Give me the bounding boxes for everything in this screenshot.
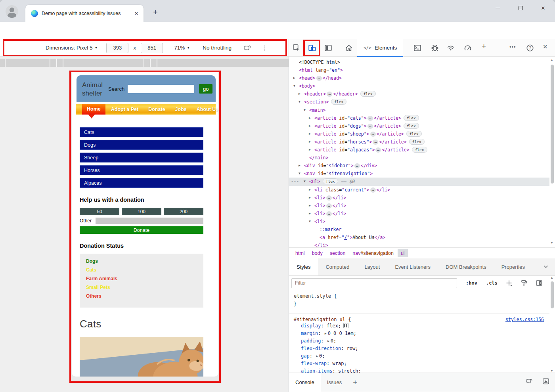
dom-tree-row[interactable]: <a href="/">About Us</a> <box>289 233 549 241</box>
inline-ellipsis-badge[interactable]: … <box>316 76 322 81</box>
dom-tree-row[interactable]: <html lang="en"> <box>289 66 549 74</box>
expand-arrow-icon[interactable]: ▶ <box>293 74 295 82</box>
dom-tree-row[interactable]: ▶<li>…</li> <box>289 202 549 210</box>
more-tools-icon[interactable]: + <box>482 42 486 51</box>
expand-arrow-icon[interactable]: ▶ <box>309 186 311 194</box>
window-close-button[interactable]: ✕ <box>534 0 552 16</box>
dom-row-more-icon[interactable]: ••• <box>291 178 299 185</box>
expand-arrow-icon[interactable]: ▶ <box>309 138 311 146</box>
expand-arrow-icon[interactable]: ▶ <box>309 130 311 138</box>
screencast-icon[interactable] <box>526 378 533 385</box>
amount-button-50[interactable]: 50 <box>80 208 119 215</box>
flex-badge[interactable]: flex <box>331 99 346 105</box>
css-property-padding[interactable]: padding: ▶0; <box>294 337 545 345</box>
tab-close-icon[interactable]: ✕ <box>133 11 140 16</box>
collapse-arrow-icon[interactable]: ▼ <box>293 82 295 90</box>
category-link-sheep[interactable]: Sheep <box>80 153 203 163</box>
dom-tree-row[interactable]: ▶<li>…</li> <box>289 194 549 202</box>
flex-badge[interactable]: flex <box>404 123 419 129</box>
inspect-element-icon[interactable] <box>293 44 300 52</box>
search-input[interactable] <box>128 85 194 93</box>
tab-event-listeners[interactable]: Event Listeners <box>387 258 438 275</box>
expand-quick-view-icon[interactable] <box>542 378 549 385</box>
tab-dom-breakpoints[interactable]: DOM Breakpoints <box>438 258 494 275</box>
dom-tree-row[interactable]: ▶<div id="sidebar">…</div> <box>289 162 549 170</box>
flex-badge[interactable]: flex <box>412 147 427 153</box>
throttling-select[interactable]: No throttling <box>203 45 232 51</box>
flex-editor-icon[interactable] <box>343 323 348 328</box>
inline-ellipsis-badge[interactable]: … <box>327 92 332 97</box>
viewport-height-input[interactable] <box>141 43 163 53</box>
dom-tree-row[interactable]: ▶<article id="cats">…</article>flex <box>289 114 549 122</box>
dimensions-select[interactable]: Dimensions: Pixel 5 <box>46 45 93 51</box>
collapse-arrow-icon[interactable]: ▼ <box>299 98 300 106</box>
nav-item-home[interactable]: Home <box>82 104 105 115</box>
breadcrumb-item-section[interactable]: section <box>330 250 346 256</box>
collapse-arrow-icon[interactable]: ▼ <box>304 106 306 114</box>
flex-badge[interactable]: flex <box>323 178 338 184</box>
tab-elements[interactable]: </> Elements <box>357 39 403 57</box>
collapse-arrow-icon[interactable]: ▼ <box>304 178 306 185</box>
nav-item-donate[interactable]: Donate <box>148 107 165 112</box>
dom-tree-row[interactable]: <!DOCTYPE html> <box>289 58 549 66</box>
styles-scrollbar[interactable]: ▲ ▼ <box>549 276 555 373</box>
shorthand-expand-icon[interactable]: ▶ <box>316 352 318 360</box>
quickview-tab-console[interactable]: Console <box>289 373 321 392</box>
quickview-add-tab-icon[interactable]: + <box>353 378 357 387</box>
dom-tree-row[interactable]: ▶<article id="horses">…</article>flex <box>289 138 549 146</box>
profile-avatar-icon[interactable] <box>6 5 18 18</box>
expand-arrow-icon[interactable]: ▶ <box>309 202 311 210</box>
viewport-width-input[interactable] <box>106 43 128 53</box>
category-link-cats[interactable]: Cats <box>80 127 203 137</box>
toggle-class-button[interactable]: .cls <box>486 280 498 286</box>
window-minimize-button[interactable] <box>489 0 507 16</box>
dom-tree-row[interactable]: ▼<main> <box>289 106 549 114</box>
inline-ellipsis-badge[interactable]: … <box>354 163 360 168</box>
tab-properties[interactable]: Properties <box>494 258 532 275</box>
category-link-dogs[interactable]: Dogs <box>80 140 203 150</box>
css-property-display[interactable]: display: flex; <box>294 322 545 330</box>
debug-bug-icon[interactable] <box>431 44 439 52</box>
dom-tree-row[interactable]: ▼<nav id="sitenavigation"> <box>289 170 549 178</box>
inline-ellipsis-badge[interactable]: … <box>375 147 381 153</box>
dom-tree-scrollbar[interactable]: ▲ ▼ <box>549 58 555 245</box>
toggle-hover-state-button[interactable]: :hov <box>466 280 477 286</box>
dom-tree-row[interactable]: ▼<li> <box>289 218 549 226</box>
dom-tree-row[interactable]: ::marker <box>289 226 549 233</box>
expand-arrow-icon[interactable]: ▶ <box>299 90 300 98</box>
expand-arrow-icon[interactable]: ▶ <box>309 146 311 154</box>
browser-tab[interactable]: Demo page with accessibility issues ✕ <box>25 5 144 22</box>
network-wifi-icon[interactable] <box>447 44 455 52</box>
css-property-flex-wrap[interactable]: flex-wrap: wrap; <box>294 360 545 367</box>
expand-arrow-icon[interactable]: ▶ <box>309 194 311 202</box>
nav-item-adopt-a-pet[interactable]: Adopt a Pet <box>111 107 138 112</box>
inline-style-rule[interactable]: element.style { } <box>289 290 549 314</box>
expand-arrow-icon[interactable]: ▶ <box>309 122 311 130</box>
tab-styles[interactable]: Styles <box>289 258 318 275</box>
nav-item-about-us[interactable]: About Us <box>197 107 218 112</box>
flex-badge[interactable]: flex <box>409 139 425 145</box>
stylesheet-link[interactable]: styles.css:156 <box>505 317 544 322</box>
console-panel-icon[interactable] <box>413 44 421 52</box>
dom-tree-row[interactable]: ▼<section>flex <box>289 98 549 106</box>
dom-tree-row[interactable]: ▶<head>…</head> <box>289 74 549 82</box>
shorthand-expand-icon[interactable]: ▶ <box>325 330 327 337</box>
collapse-arrow-icon[interactable]: ▼ <box>309 218 311 226</box>
inline-ellipsis-badge[interactable]: … <box>373 140 378 145</box>
shorthand-expand-icon[interactable]: ▶ <box>327 337 329 345</box>
amount-button-100[interactable]: 100 <box>122 208 161 215</box>
nav-item-jobs[interactable]: Jobs <box>175 107 187 112</box>
flex-badge[interactable]: flex <box>360 91 376 97</box>
breadcrumb-item-ul[interactable]: ul <box>398 249 408 257</box>
device-toolbar-menu-icon[interactable]: ⋮ <box>262 44 268 52</box>
device-emulation-icon[interactable] <box>308 44 316 52</box>
dom-tree-row[interactable]: </main> <box>289 154 549 162</box>
expand-arrow-icon[interactable]: ▶ <box>309 114 311 122</box>
dom-tree-row[interactable]: ▶<article id="sheep">…</article>flex <box>289 130 549 138</box>
expand-arrow-icon[interactable]: ▶ <box>309 210 311 218</box>
inline-ellipsis-badge[interactable]: … <box>370 187 376 193</box>
dom-tree-row[interactable]: </li> <box>289 241 549 247</box>
performance-gauge-icon[interactable] <box>464 44 472 52</box>
home-icon[interactable] <box>345 44 353 52</box>
tab-computed[interactable]: Computed <box>318 258 357 275</box>
